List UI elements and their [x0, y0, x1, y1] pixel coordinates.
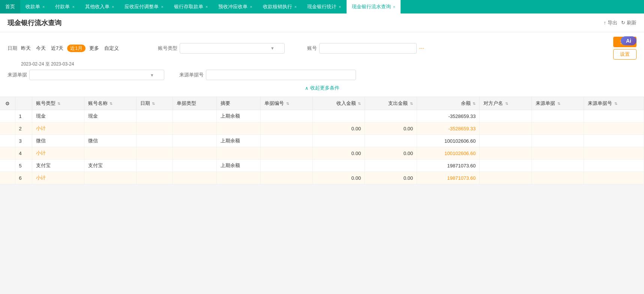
- table-cell: [173, 122, 216, 135]
- refresh-button[interactable]: ↻ 刷新: [621, 19, 636, 26]
- col-source-doc[interactable]: 来源单据 ⇅: [532, 97, 584, 110]
- row-settings-cell[interactable]: [0, 147, 15, 160]
- table-cell: [584, 172, 644, 184]
- nav-item-stats[interactable]: 现金银行统计 ×: [302, 0, 346, 13]
- table-cell: 现金: [84, 110, 136, 122]
- table-cell: 0.00: [313, 172, 365, 184]
- nav-item-bank-deposit[interactable]: 银行存取款单 ×: [169, 0, 213, 13]
- table-body: 1现金现金上期余额-3528659.332小计0.000.00-3528659.…: [0, 110, 644, 184]
- table-cell: -3528659.33: [417, 122, 480, 135]
- filter-row-2: 来源单据 ▾ 来源单据号: [8, 70, 636, 80]
- table-cell: [173, 110, 216, 122]
- nav-label-receipt: 收款单: [26, 3, 40, 10]
- account-type-select[interactable]: ▾: [180, 43, 285, 54]
- export-button[interactable]: ↑ 导出: [604, 19, 618, 26]
- table-cell: [584, 147, 644, 160]
- nav-close-stats[interactable]: ×: [339, 4, 341, 9]
- nav-close-flow[interactable]: ×: [393, 4, 395, 9]
- nav-item-receipt[interactable]: 收款单 ×: [20, 0, 50, 13]
- table-cell: [584, 122, 644, 135]
- table-cell: [480, 160, 532, 172]
- table-cell: 19871073.60: [417, 160, 480, 172]
- data-table: ⚙ 账号类型 ⇅ 账号名称 ⇅ 日期 ⇅ 单据类型: [0, 97, 644, 184]
- gear-icon[interactable]: ⚙: [5, 101, 10, 106]
- nav-close-other-income[interactable]: ×: [112, 4, 114, 9]
- col-expense[interactable]: 支出金额 ⇅: [365, 97, 417, 110]
- sort-icon-account-type: ⇅: [57, 101, 60, 106]
- sort-icon-date: ⇅: [152, 101, 155, 106]
- settings-button[interactable]: 设置: [613, 49, 636, 60]
- col-summary: 摘要: [217, 97, 261, 110]
- nav-close-advance[interactable]: ×: [250, 4, 252, 9]
- table-cell: [584, 110, 644, 122]
- table-cell: [365, 135, 417, 147]
- top-navigation: 首页 收款单 × 付款单 × 其他收入单 × 应收应付调整单 × 银行存取款单 …: [0, 0, 644, 13]
- table-cell: 0.00: [313, 147, 365, 160]
- nav-item-flow[interactable]: 现金银行流水查询 ×: [347, 0, 401, 13]
- col-settings[interactable]: ⚙: [0, 97, 15, 110]
- col-account-type[interactable]: 账号类型 ⇅: [32, 97, 84, 110]
- table-cell: [136, 122, 173, 135]
- source-doc-label: 来源单据: [8, 72, 27, 78]
- table-cell: [480, 110, 532, 122]
- row-settings-cell[interactable]: [0, 135, 15, 147]
- date-option-more[interactable]: 更多: [88, 45, 101, 52]
- nav-item-payment[interactable]: 付款单 ×: [50, 0, 80, 13]
- table-cell: 4: [15, 147, 32, 160]
- row-settings-cell[interactable]: [0, 110, 15, 122]
- date-option-yesterday[interactable]: 昨天: [20, 45, 32, 52]
- table-cell: [217, 147, 261, 160]
- nav-label-adjust: 应收应付调整单: [125, 3, 159, 10]
- table-cell: [532, 110, 584, 122]
- table-cell: 支付宝: [84, 160, 136, 172]
- nav-item-other-income[interactable]: 其他收入单 ×: [80, 0, 119, 13]
- ai-badge[interactable]: Ai: [621, 36, 636, 45]
- col-date[interactable]: 日期 ⇅: [136, 97, 173, 110]
- nav-close-receipt[interactable]: ×: [42, 4, 45, 9]
- table-cell: [261, 110, 313, 122]
- date-option-today[interactable]: 今天: [35, 45, 47, 52]
- nav-item-home[interactable]: 首页: [0, 0, 20, 13]
- account-no-more-btn[interactable]: ···: [419, 45, 424, 52]
- nav-label-bank-deposit: 银行存取款单: [174, 3, 203, 10]
- sort-icon-income: ⇅: [358, 101, 361, 106]
- nav-item-advance[interactable]: 预收冲应收单 ×: [213, 0, 257, 13]
- table-header-row: ⚙ 账号类型 ⇅ 账号名称 ⇅ 日期 ⇅ 单据类型: [0, 97, 644, 110]
- table-cell: [84, 172, 136, 184]
- row-settings-cell[interactable]: [0, 172, 15, 184]
- table-cell: 100102606.60: [417, 135, 480, 147]
- date-option-custom[interactable]: 自定义: [103, 45, 120, 52]
- source-doc-no-input[interactable]: [206, 70, 356, 80]
- nav-close-verify[interactable]: ×: [294, 4, 297, 9]
- account-no-input[interactable]: [319, 43, 417, 54]
- col-source-doc-no[interactable]: 来源单据号 ⇅: [584, 97, 644, 110]
- table-cell: [532, 147, 584, 160]
- nav-close-adjust[interactable]: ×: [161, 4, 163, 9]
- table-cell: [261, 135, 313, 147]
- table-row: 3微信微信上期余额100102606.60: [0, 135, 644, 147]
- collapse-bar[interactable]: ∧ 收起更多条件: [8, 83, 636, 92]
- nav-item-adjust[interactable]: 应收应付调整单 ×: [119, 0, 168, 13]
- table-cell: 支付宝: [32, 160, 84, 172]
- nav-label-payment: 付款单: [55, 3, 70, 10]
- nav-item-verify[interactable]: 收款核销执行 ×: [258, 0, 302, 13]
- col-counterpart[interactable]: 对方户名 ⇅: [480, 97, 532, 110]
- table-cell: [261, 122, 313, 135]
- col-doc-no[interactable]: 单据编号 ⇅: [261, 97, 313, 110]
- row-settings-cell[interactable]: [0, 122, 15, 135]
- col-summary-label: 摘要: [221, 100, 230, 106]
- table-cell: [217, 122, 261, 135]
- source-doc-select[interactable]: ▾: [29, 70, 164, 80]
- col-balance[interactable]: 余额 ⇅: [417, 97, 480, 110]
- nav-close-bank-deposit[interactable]: ×: [206, 4, 208, 9]
- nav-close-payment[interactable]: ×: [72, 4, 74, 9]
- row-settings-cell[interactable]: [0, 160, 15, 172]
- table-cell: [365, 160, 417, 172]
- table-cell: 小计: [32, 172, 84, 184]
- col-doc-type-label: 单据类型: [177, 100, 196, 106]
- date-option-1month[interactable]: 近1月: [67, 45, 86, 52]
- col-income[interactable]: 收入金额 ⇅: [313, 97, 365, 110]
- col-account-name[interactable]: 账号名称 ⇅: [84, 97, 136, 110]
- date-option-7days[interactable]: 近7天: [50, 45, 65, 52]
- filter-row-1: 日期 昨天 今天 近7天 近1月 更多 自定义 账号类型 ▾ 账号 ···: [8, 37, 636, 60]
